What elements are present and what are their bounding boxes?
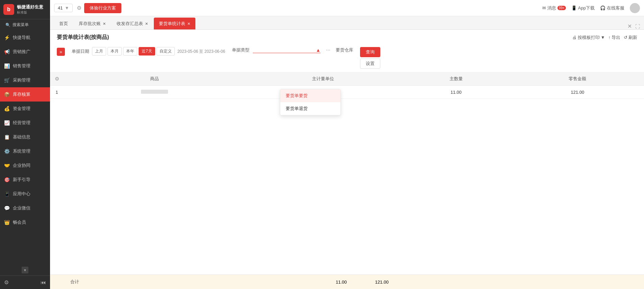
sidebar-item-enterprise[interactable]: 🤝 企业协同 [0, 158, 50, 173]
sidebar-item-purchase-label: 采购管理 [13, 77, 30, 83]
scroll-down-button[interactable]: ▼ [22, 267, 28, 273]
filter-right-group: 单据类型 ▲ ··· 要货仓库 [232, 47, 353, 53]
filter-type-select-wrapper[interactable]: ▲ [253, 47, 320, 53]
tabbar-close-all-icon[interactable]: ✕ [626, 23, 633, 29]
filter-btn-last-month[interactable]: 上月 [92, 47, 106, 55]
settings-footer-icon[interactable]: ⚙ [4, 279, 9, 286]
app-download-icon: 📱 [571, 5, 577, 10]
online-service-icon: 🎧 [600, 5, 605, 10]
app-center-icon: 📱 [3, 191, 10, 197]
sidebar-item-operation[interactable]: 📈 经营管理 [0, 116, 50, 130]
collapse-sidebar-icon[interactable]: ⏮ [41, 280, 46, 286]
total-amount: 121.00 [362, 280, 402, 285]
sidebar-item-sales-label: 销售管理 [13, 63, 30, 69]
sidebar-item-marketing[interactable]: 📢 营销推广 [0, 45, 50, 59]
dropdown-item-order-return[interactable]: 要货单退货 [280, 102, 340, 115]
sidebar-item-basic-label: 基础信息 [13, 134, 30, 140]
filter-btn-custom[interactable]: 自定义 [157, 47, 175, 55]
filter-warehouse-label: 要货仓库 [336, 47, 353, 53]
sidebar-item-wechat[interactable]: 💬 企业微信 [0, 201, 50, 215]
page-title: 要货单统计表(按商品) [57, 34, 109, 41]
dropdown-item-order-delivery[interactable]: 要货单要货 [280, 89, 340, 102]
tab-receivable-summary[interactable]: 收发存汇总表 ✕ [112, 18, 153, 29]
tab-home[interactable]: 首页 [54, 18, 73, 29]
refresh-action[interactable]: ↺ 刷新 [624, 35, 637, 41]
tab-order-stats[interactable]: 要货单统计表 ✕ [154, 18, 195, 29]
export-label: 导出 [612, 35, 620, 41]
export-action[interactable]: ↑ 导出 [609, 35, 621, 41]
sidebar-scroll-down[interactable]: ▼ [0, 265, 50, 275]
table-cell-index: 1 [50, 86, 64, 99]
filter-btn-recent-7[interactable]: 近7天 [139, 47, 155, 55]
filter-settings-button[interactable]: 设置 [360, 59, 380, 69]
brand-name: 畅捷通好生意 [17, 4, 43, 10]
company-selector[interactable]: 41 ▼ [54, 4, 73, 12]
topbar-gear-icon[interactable]: ⚙ [77, 5, 81, 11]
refresh-icon: ↺ [624, 35, 627, 40]
sidebar-item-quick-nav-label: 快捷导航 [13, 35, 30, 41]
refresh-label: 刷新 [628, 35, 637, 41]
filter-date-label: 单据日期 [72, 48, 89, 54]
sidebar-search[interactable]: 🔍 搜索菜单 [0, 19, 50, 30]
print-action[interactable]: 🖨 按模板打印 ▼ [572, 35, 605, 41]
sidebar-search-label: 搜索菜单 [13, 22, 29, 28]
search-icon: 🔍 [5, 23, 10, 27]
filter-type-chevron-icon[interactable]: ▲ [316, 47, 320, 53]
online-service-label: 在线客服 [607, 5, 624, 11]
basic-icon: 📋 [3, 134, 10, 140]
sidebar-item-inventory-label: 库存核算 [13, 91, 30, 97]
sidebar-item-vip-label: 畅会员 [13, 219, 26, 225]
sidebar-item-basic[interactable]: 📋 基础信息 [0, 130, 50, 144]
table-cell-product [64, 86, 245, 99]
sidebar-item-system[interactable]: ⚙️ 系统管理 [0, 144, 50, 158]
tab-receivable-summary-label: 收发存汇总表 [117, 21, 143, 27]
user-avatar[interactable] [630, 3, 640, 13]
sidebar-item-finance-label: 资金管理 [13, 106, 30, 112]
sidebar-item-quick-nav[interactable]: ⚡ 快捷导航 [0, 30, 50, 45]
sidebar-item-app-center-label: 应用中心 [13, 191, 30, 197]
export-icon: ↑ [609, 35, 611, 40]
filter-dots-icon[interactable]: ··· [326, 47, 330, 53]
table-settings-icon[interactable]: ⚙ [55, 76, 59, 82]
sidebar-item-guide[interactable]: 🎯 新手引导 [0, 173, 50, 187]
app-download-item[interactable]: 📱 App下载 [571, 5, 595, 11]
sidebar-item-inventory[interactable]: 📦 库存核算 [0, 87, 50, 102]
app-logo-icon: b [3, 4, 14, 15]
sidebar-item-vip[interactable]: 👑 畅会员 [0, 215, 50, 229]
filter-btn-this-year[interactable]: 本年 [123, 47, 137, 55]
tab-batch-account-close-icon[interactable]: ✕ [103, 22, 106, 26]
table-header-settings: ⚙ [50, 72, 64, 86]
sidebar-footer: ⚙ ⏮ [0, 275, 50, 289]
total-quantity: 11.00 [321, 280, 362, 285]
app-download-label: App下载 [578, 5, 595, 11]
tab-order-stats-label: 要货单统计表 [159, 21, 185, 27]
company-selector-value: 41 [58, 5, 63, 10]
sidebar-item-sales[interactable]: 📊 销售管理 [0, 59, 50, 73]
table-footer: 合计 11.00 121.00 [50, 274, 644, 289]
sidebar-item-app-center[interactable]: 📱 应用中心 [0, 187, 50, 201]
filter-date-group: 单据日期 上月 本月 本年 近7天 自定义 2023-05-06 至 2023-… [72, 47, 225, 55]
online-service-item[interactable]: 🎧 在线客服 [600, 5, 624, 11]
promo-button[interactable]: 体验行业方案 [84, 3, 121, 13]
topbar-right: ✉ 消息 99+ 📱 App下载 🎧 在线客服 [542, 3, 640, 13]
product-name-placeholder [141, 90, 168, 94]
query-button[interactable]: 查询 [360, 47, 380, 57]
filter-expand-button[interactable]: » [57, 48, 65, 56]
enterprise-icon: 🤝 [3, 162, 10, 169]
messages-item[interactable]: ✉ 消息 99+ [542, 5, 566, 11]
tab-receivable-summary-close-icon[interactable]: ✕ [145, 22, 148, 26]
sidebar-item-guide-label: 新手引导 [13, 177, 30, 183]
table-cell-quantity: 11.00 [401, 86, 511, 99]
tabbar-right: ✕ ⛶ [626, 23, 640, 29]
app-logo-text: 畅捷通好生意 标准版 [17, 4, 43, 15]
selector-arrow-icon: ▼ [65, 5, 69, 10]
topbar: 41 ▼ ⚙ 体验行业方案 ✉ 消息 99+ 📱 App下载 🎧 在线客服 [50, 0, 644, 16]
sidebar-item-finance[interactable]: 💰 资金管理 [0, 102, 50, 116]
filter-btn-this-month[interactable]: 本月 [108, 47, 122, 55]
tabbar-expand-icon[interactable]: ⛶ [635, 24, 640, 29]
table-col-quantity: 主数量 [401, 72, 511, 86]
filter-type-input[interactable] [253, 47, 316, 52]
tab-order-stats-close-icon[interactable]: ✕ [187, 22, 190, 26]
tab-batch-account[interactable]: 库存批次账 ✕ [74, 18, 111, 29]
sidebar-item-purchase[interactable]: 🛒 采购管理 [0, 73, 50, 87]
